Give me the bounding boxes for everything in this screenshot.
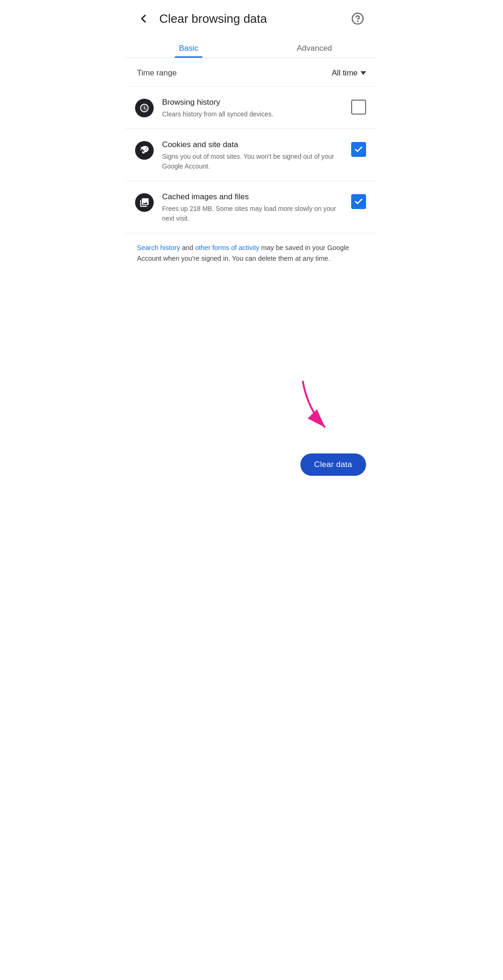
cookies-content: Cookies and site data Signs you out of m… — [162, 140, 343, 171]
dropdown-arrow-icon — [360, 71, 366, 75]
image-stack-icon — [135, 193, 154, 212]
cached-images-row: Cached images and files Frees up 218 MB.… — [126, 181, 377, 233]
cached-images-desc: Frees up 218 MB. Some sites may load mor… — [162, 204, 343, 223]
help-button[interactable] — [347, 8, 368, 29]
footer-note: Search history and other forms of activi… — [126, 233, 377, 275]
cookies-title: Cookies and site data — [162, 140, 343, 149]
search-history-link[interactable]: Search history — [137, 244, 180, 251]
time-range-row: Time range All time — [126, 58, 377, 86]
browsing-history-desc: Clears history from all synced devices. — [162, 109, 343, 119]
clear-data-button[interactable]: Clear data — [300, 453, 366, 476]
clock-icon — [135, 99, 154, 117]
cached-images-title: Cached images and files — [162, 192, 343, 202]
cached-images-checkbox[interactable] — [351, 194, 366, 209]
cookies-checkbox[interactable] — [351, 142, 366, 157]
time-range-select[interactable]: All time — [332, 68, 366, 78]
other-activity-link[interactable]: other forms of activity — [195, 244, 259, 251]
tab-advanced[interactable]: Advanced — [252, 37, 377, 58]
back-button[interactable] — [133, 8, 154, 29]
arrow-annotation — [293, 381, 335, 439]
cookies-row: Cookies and site data Signs you out of m… — [126, 129, 377, 181]
browsing-history-content: Browsing history Clears history from all… — [162, 98, 343, 119]
page-title: Clear browsing data — [154, 12, 347, 26]
browsing-history-title: Browsing history — [162, 98, 343, 107]
browsing-history-checkbox[interactable] — [351, 100, 366, 115]
footer-text-and: and — [182, 244, 195, 251]
time-range-label: Time range — [137, 68, 177, 78]
tabs-container: Basic Advanced — [126, 37, 377, 58]
header: Clear browsing data — [126, 0, 377, 35]
time-range-value: All time — [332, 68, 358, 78]
browsing-history-row: Browsing history Clears history from all… — [126, 87, 377, 128]
tab-basic[interactable]: Basic — [126, 37, 252, 58]
cached-images-content: Cached images and files Frees up 218 MB.… — [162, 192, 343, 223]
cookies-desc: Signs you out of most sites. You won't b… — [162, 152, 343, 171]
cookie-icon — [135, 141, 154, 160]
